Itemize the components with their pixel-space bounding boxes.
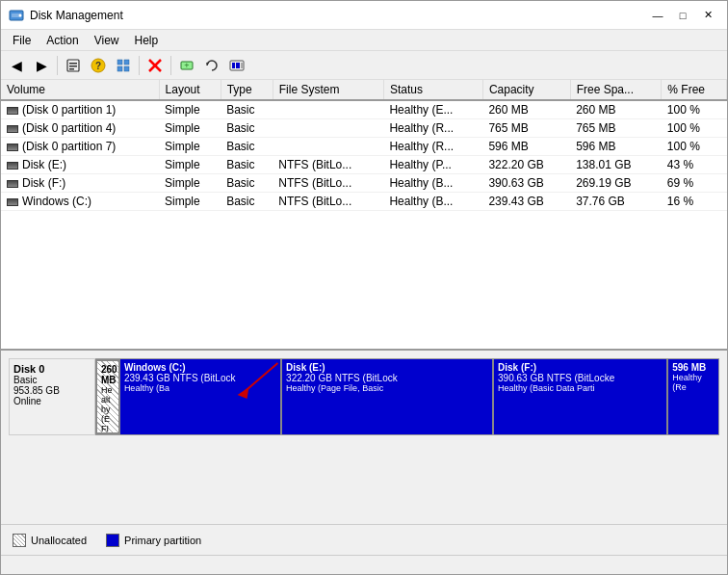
cell-status: Healthy (B... xyxy=(383,174,482,193)
map-button[interactable] xyxy=(225,54,248,77)
toolbar: ◀ ▶ ? + xyxy=(1,51,727,80)
svg-rect-19 xyxy=(232,63,235,68)
col-volume[interactable]: Volume xyxy=(1,80,159,100)
partition-info: Healthy (Ba xyxy=(124,383,276,393)
svg-rect-12 xyxy=(124,66,129,71)
menu-help[interactable]: Help xyxy=(127,32,167,49)
svg-rect-20 xyxy=(236,63,240,68)
cell-volume: (Disk 0 partition 4) xyxy=(1,119,159,138)
partition-info: Healthy (EFI System Partition) xyxy=(101,385,115,434)
partition-info: Healthy (Page File, Basic xyxy=(286,383,488,393)
disk-status: Online xyxy=(13,396,91,406)
close-button[interactable]: ✕ xyxy=(696,7,719,24)
cell-status: Healthy (R... xyxy=(383,119,482,138)
view-button[interactable] xyxy=(112,54,135,77)
disk-name: Disk 0 xyxy=(13,363,91,375)
cell-capacity: 596 MB xyxy=(482,138,570,156)
help-button[interactable]: ? xyxy=(87,54,110,77)
disk-size: 953.85 GB xyxy=(13,385,91,396)
table-row[interactable]: Windows (C:) Simple Basic NTFS (BitLo...… xyxy=(1,193,727,211)
svg-rect-5 xyxy=(69,65,77,67)
partition-block[interactable]: 596 MBHealthy (Re xyxy=(668,359,718,434)
table-row[interactable]: (Disk 0 partition 4) Simple Basic Health… xyxy=(1,119,727,138)
partition-block[interactable]: 260 MBHealthy (EFI System Partition) xyxy=(95,359,120,434)
table-row[interactable]: Disk (F:) Simple Basic NTFS (BitLo... He… xyxy=(1,174,727,193)
cell-volume: (Disk 0 partition 7) xyxy=(1,138,159,156)
partition-info: Healthy (Basic Data Parti xyxy=(498,383,663,393)
table-row[interactable]: Disk (E:) Simple Basic NTFS (BitLo... He… xyxy=(1,156,727,174)
volumes-table-area[interactable]: Volume Layout Type File System Status Ca… xyxy=(1,80,727,351)
cell-type: Basic xyxy=(221,156,273,174)
svg-rect-4 xyxy=(69,63,77,65)
title-controls: — □ ✕ xyxy=(646,7,719,24)
title-bar-left: Disk Management xyxy=(9,8,123,23)
partition-name: 596 MB xyxy=(672,362,715,373)
partition-size: 390.63 GB NTFS (BitLocke xyxy=(498,373,663,383)
cell-pct: 100 % xyxy=(662,138,727,156)
cell-status: Healthy (B... xyxy=(383,193,482,211)
window-title: Disk Management xyxy=(30,9,123,22)
cell-filesystem: NTFS (BitLo... xyxy=(273,193,383,211)
cell-capacity: 765 MB xyxy=(482,119,570,138)
properties-button[interactable] xyxy=(62,54,85,77)
legend-primary-label: Primary partition xyxy=(124,535,201,546)
refresh-button[interactable] xyxy=(200,54,223,77)
cell-capacity: 322.20 GB xyxy=(482,156,570,174)
col-layout[interactable]: Layout xyxy=(159,80,221,100)
toolbar-sep-1 xyxy=(57,56,58,75)
disk-partitions: 260 MBHealthy (EFI System Partition)Wind… xyxy=(95,358,719,435)
cell-free: 37.76 GB xyxy=(570,193,662,211)
cell-layout: Simple xyxy=(159,100,221,119)
cell-capacity: 390.63 GB xyxy=(482,174,570,193)
col-capacity[interactable]: Capacity xyxy=(482,80,570,100)
col-filesystem[interactable]: File System xyxy=(273,80,383,100)
cell-layout: Simple xyxy=(159,193,221,211)
delete-button[interactable] xyxy=(143,54,167,77)
cell-layout: Simple xyxy=(159,119,221,138)
cell-filesystem: NTFS (BitLo... xyxy=(273,174,383,193)
cell-status: Healthy (P... xyxy=(383,156,482,174)
cell-status: Healthy (E... xyxy=(383,100,482,119)
disk-management-window: Disk Management — □ ✕ File Action View H… xyxy=(0,0,728,575)
cell-pct: 100 % xyxy=(662,119,727,138)
menu-file[interactable]: File xyxy=(5,32,39,49)
cell-status: Healthy (R... xyxy=(383,138,482,156)
menu-view[interactable]: View xyxy=(87,32,127,49)
svg-rect-6 xyxy=(69,68,74,70)
table-row[interactable]: (Disk 0 partition 7) Simple Basic Health… xyxy=(1,138,727,156)
partition-info: Healthy (Re xyxy=(672,373,715,392)
maximize-button[interactable]: □ xyxy=(671,7,694,24)
cell-pct: 69 % xyxy=(662,174,727,193)
minimize-button[interactable]: — xyxy=(646,7,669,24)
cell-free: 260 MB xyxy=(570,100,662,119)
app-icon xyxy=(9,8,24,23)
table-row[interactable]: (Disk 0 partition 1) Simple Basic Health… xyxy=(1,100,727,119)
partition-size: 239.43 GB NTFS (BitLock xyxy=(124,373,276,383)
partition-name: 260 MB xyxy=(101,364,115,385)
partition-block[interactable]: Disk (F:)390.63 GB NTFS (BitLockeHealthy… xyxy=(494,359,668,434)
cell-layout: Simple xyxy=(159,138,221,156)
cell-volume: Disk (F:) xyxy=(1,174,159,193)
col-free[interactable]: Free Spa... xyxy=(570,80,662,100)
legend-unalloc-box xyxy=(13,534,26,547)
cell-type: Basic xyxy=(221,138,273,156)
cell-type: Basic xyxy=(221,100,273,119)
legend-unallocated: Unallocated xyxy=(13,534,87,547)
cell-type: Basic xyxy=(221,119,273,138)
menu-action[interactable]: Action xyxy=(39,32,86,49)
menu-bar: File Action View Help xyxy=(1,30,727,51)
back-button[interactable]: ◀ xyxy=(5,54,28,77)
new-partition-button[interactable]: + xyxy=(175,54,198,77)
disk-0-row: Disk 0 Basic 953.85 GB Online 260 MBHeal… xyxy=(9,358,719,435)
cell-pct: 43 % xyxy=(662,156,727,174)
col-status[interactable]: Status xyxy=(383,80,482,100)
toolbar-sep-2 xyxy=(139,56,140,75)
svg-point-2 xyxy=(19,13,22,16)
col-type[interactable]: Type xyxy=(221,80,273,100)
forward-button[interactable]: ▶ xyxy=(30,54,53,77)
partition-block[interactable]: Disk (E:)322.20 GB NTFS (BitLockHealthy … xyxy=(282,359,494,434)
main-content: Volume Layout Type File System Status Ca… xyxy=(1,80,727,555)
col-pct[interactable]: % Free xyxy=(662,80,727,100)
disk-type: Basic xyxy=(13,375,91,385)
partition-block[interactable]: Windows (C:)239.43 GB NTFS (BitLockHealt… xyxy=(120,359,282,434)
